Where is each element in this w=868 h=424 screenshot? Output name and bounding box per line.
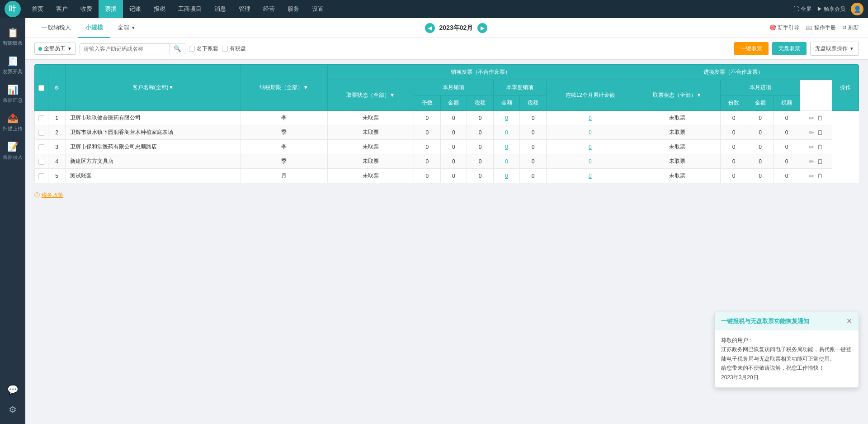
nav-client[interactable]: 客户 — [50, 0, 74, 18]
row-checkbox[interactable] — [35, 125, 48, 140]
row-sales-quarter-amount[interactable]: 0 — [493, 125, 520, 140]
edit-icon[interactable]: ✏ — [809, 158, 814, 165]
notification-line3: 给您带来的不便敬请谅解，祝您工作愉快！ — [721, 363, 852, 372]
th-tax-period[interactable]: 纳税期限（全部）▼ — [241, 65, 327, 111]
row-num: 2 — [48, 125, 66, 140]
nav-bookkeeping[interactable]: 记账 — [123, 0, 147, 18]
fullscreen-btn[interactable]: ⛶ 全屏 — [793, 5, 811, 13]
row-purchase-month-count: 0 — [721, 140, 747, 154]
search-button[interactable]: 🔍 — [170, 43, 185, 54]
guide-btn[interactable]: 🎯 新手引导 — [769, 24, 799, 32]
row-num: 5 — [48, 169, 66, 183]
checkbox-tax-disk-label: 有税盘 — [230, 45, 246, 52]
row-sales-month-count: 0 — [414, 111, 440, 125]
edit-icon[interactable]: ✏ — [809, 172, 814, 180]
view-icon[interactable]: 🗒 — [817, 143, 823, 151]
row-purchase-status: 未取票 — [634, 111, 720, 125]
row-checkbox[interactable] — [35, 140, 48, 154]
select-all-checkbox[interactable] — [38, 85, 44, 91]
row-purchase-status: 未取票 — [634, 125, 720, 140]
row-period: 季 — [241, 125, 327, 140]
row-sales-status: 未取票 — [327, 169, 414, 183]
search-input[interactable] — [80, 43, 170, 54]
row-actions: ✏ 🗒 — [800, 125, 832, 140]
checkbox-tax-disk-box[interactable] — [222, 46, 228, 52]
row-sales-quarter-amount[interactable]: 0 — [493, 169, 520, 183]
sidebar-item-smart-ticket[interactable]: 📋 智能取票 — [0, 23, 25, 51]
sidebar-item-settings[interactable]: ⚙ — [0, 400, 25, 419]
nav-billing[interactable]: 收费 — [74, 0, 99, 18]
th-sales-status[interactable]: 取票状态（全部）▼ — [327, 80, 414, 111]
employee-select[interactable]: 全部员工 ▼ — [34, 43, 76, 55]
row-checkbox[interactable] — [35, 169, 48, 183]
period-next-btn[interactable]: ▶ — [477, 23, 487, 33]
nav-operation[interactable]: 经营 — [257, 0, 281, 18]
period-prev-btn[interactable]: ◀ — [425, 23, 435, 33]
sidebar-item-invoice-entry[interactable]: 📝 票据录入 — [0, 137, 25, 165]
chevron-down-icon: ▼ — [131, 25, 136, 30]
view-icon[interactable]: 🗒 — [817, 172, 823, 180]
row-cumulative[interactable]: 0 — [546, 169, 634, 183]
tab-general-taxpayer[interactable]: 一般纳税人 — [34, 18, 78, 38]
nav-message[interactable]: 消息 — [208, 0, 232, 18]
table-row: 5 测试账套 月 未取票 0 0 0 0 0 0 未取票 0 0 0 ✏ 🗒 — [35, 169, 859, 183]
nav-manage[interactable]: 管理 — [232, 0, 257, 18]
th-customer-name[interactable]: 客户名称(全部)▼ — [66, 65, 241, 111]
nav-service[interactable]: 服务 — [281, 0, 306, 18]
row-cumulative[interactable]: 0 — [546, 154, 634, 169]
row-sales-month-amount: 0 — [440, 154, 467, 169]
nav-tax[interactable]: 报税 — [147, 0, 172, 18]
tax-policy-link[interactable]: 税务政策 — [42, 191, 63, 199]
row-sales-quarter-amount[interactable]: 0 — [493, 140, 520, 154]
notification-popup: 一键报税与无盘取票功能恢复通知 ✕ 尊敬的用户： 江苏政务网已恢复访问电子税务局… — [714, 312, 859, 388]
vip-btn[interactable]: ▶ 畅享会员 — [817, 5, 845, 13]
row-sales-quarter-tax: 0 — [520, 169, 547, 183]
row-checkbox[interactable] — [35, 111, 48, 125]
period-nav: ◀ 2023年02月 ▶ — [143, 23, 769, 33]
edit-icon[interactable]: ✏ — [809, 129, 814, 136]
manual-btn[interactable]: 📖 操作手册 — [806, 24, 835, 32]
sidebar-item-invoice-summary[interactable]: 📊 票据汇总 — [0, 80, 25, 108]
row-sales-quarter-amount[interactable]: 0 — [493, 111, 520, 125]
checkbox-named-account[interactable]: 名下账套 — [189, 45, 218, 52]
row-checkbox[interactable] — [35, 154, 48, 169]
nav-invoice[interactable]: 票据 — [99, 0, 123, 18]
view-icon[interactable]: 🗒 — [817, 114, 823, 122]
no-disk-btn[interactable]: 无盘取票 — [772, 42, 807, 55]
notification-close-btn[interactable]: ✕ — [846, 317, 852, 325]
edit-icon[interactable]: ✏ — [809, 114, 814, 122]
row-cumulative[interactable]: 0 — [546, 125, 634, 140]
tab-all[interactable]: 全能 ▼ — [110, 18, 143, 38]
nav-settings[interactable]: 设置 — [306, 0, 330, 18]
edit-icon[interactable]: ✏ — [809, 143, 814, 151]
th-purchase-status[interactable]: 取票状态（全部）▼ — [634, 80, 720, 111]
chevron-down-icon-more: ▼ — [849, 46, 854, 51]
tab-small-scale[interactable]: 小规模 — [78, 18, 110, 38]
more-actions-label: 无盘取票操作 — [815, 45, 848, 52]
th-sales-quarter-tax: 税额 — [520, 95, 547, 111]
row-actions: ✏ 🗒 — [800, 154, 832, 169]
view-icon[interactable]: 🗒 — [817, 158, 823, 165]
sidebar-item-scan-upload[interactable]: 📤 扫描上传 — [0, 108, 25, 137]
row-sales-month-amount: 0 — [440, 111, 467, 125]
nav-business[interactable]: 工商项目 — [172, 0, 208, 18]
row-purchase-month-count: 0 — [721, 125, 747, 140]
checkbox-tax-disk[interactable]: 有税盘 — [222, 45, 246, 52]
row-sales-quarter-amount[interactable]: 0 — [493, 154, 520, 169]
header-actions: 🎯 新手引导 📖 操作手册 ↺ 刷新 — [769, 24, 859, 32]
sidebar-label-smart-ticket: 智能取票 — [3, 40, 23, 47]
user-avatar[interactable]: 👤 — [851, 3, 863, 15]
more-actions-btn[interactable]: 无盘取票操作 ▼ — [810, 42, 859, 56]
th-purchase-month-amount: 金额 — [747, 95, 774, 111]
nav-home[interactable]: 首页 — [25, 0, 50, 18]
checkbox-named-account-box[interactable] — [189, 46, 195, 52]
sidebar-item-message[interactable]: 💬 — [0, 380, 25, 400]
row-cumulative[interactable]: 0 — [546, 140, 634, 154]
sidebar-item-open-invoice[interactable]: 🧾 发票开具 — [0, 51, 25, 80]
view-icon[interactable]: 🗒 — [817, 129, 823, 136]
refresh-btn[interactable]: ↺ 刷新 — [842, 24, 859, 32]
th-sales-current-month: 本月销项 — [414, 80, 493, 95]
one-key-btn[interactable]: 一键取票 — [734, 42, 769, 55]
th-select-all[interactable] — [35, 65, 48, 111]
row-cumulative[interactable]: 0 — [546, 111, 634, 125]
